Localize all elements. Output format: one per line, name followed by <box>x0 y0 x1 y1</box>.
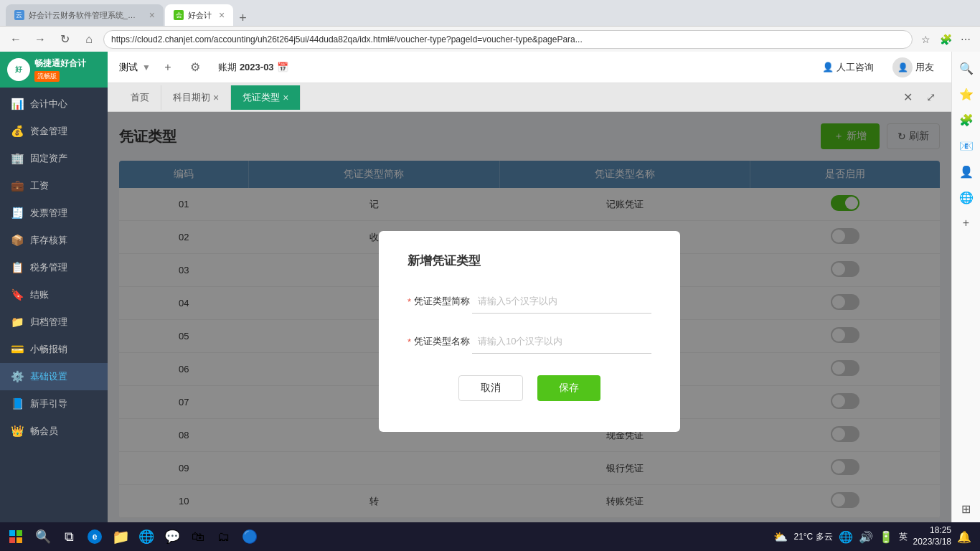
shortname-input[interactable] <box>472 289 651 314</box>
right-puzzle-button[interactable]: 🧩 <box>956 109 977 131</box>
new-tab-button[interactable]: + <box>235 11 251 26</box>
sidebar-label-settlement: 结账 <box>30 288 49 301</box>
back-button[interactable]: ← <box>6 29 26 50</box>
tax-icon: 📋 <box>10 261 24 274</box>
extensions-button[interactable]: 🧩 <box>937 31 954 48</box>
logo-name: 畅捷通好合计 <box>34 57 86 70</box>
notification-icon[interactable]: 🔔 <box>957 530 971 544</box>
main-content: 测试 ▼ + ⚙ 账期 2023-03 📅 👤 人工咨询 👤 用友 <box>108 52 951 551</box>
taskbar-edge[interactable]: e <box>83 525 106 548</box>
tab-close-2[interactable]: × <box>219 10 225 20</box>
network-icon[interactable]: 🌐 <box>839 530 853 544</box>
right-search-button[interactable]: 🔍 <box>956 57 977 79</box>
taskbar-search[interactable]: 🔍 <box>32 525 55 548</box>
refresh-button[interactable]: ↻ <box>55 29 75 50</box>
sidebar-item-settlement[interactable]: 🔖 结账 <box>0 281 108 309</box>
taskbar: 🔍 ⧉ e 📁 🌐 💬 🛍 🗂 🔵 ⛅ 21°C 多云 🌐 🔊 🔋 英 18:2… <box>0 522 980 551</box>
sidebar-item-funds[interactable]: 💰 资金管理 <box>0 118 108 145</box>
taskbar-wechat[interactable]: 💬 <box>161 525 184 548</box>
taskbar-explorer[interactable]: 📁 <box>109 525 132 548</box>
modal-footer: 取消 保存 <box>407 375 651 401</box>
shortname-label: * 凭证类型简称 <box>407 295 472 308</box>
language-text[interactable]: 英 <box>899 531 908 543</box>
sidebar-item-settings[interactable]: ⚙️ 基础设置 <box>0 363 108 390</box>
sidebar-item-tax[interactable]: 📋 税务管理 <box>0 254 108 281</box>
taskbar-clock[interactable]: 18:25 2023/3/18 <box>913 525 951 547</box>
period-calendar-icon[interactable]: 📅 <box>277 62 288 72</box>
fullname-form-row: * 凭证类型名称 <box>407 329 651 354</box>
sidebar-logo[interactable]: 好 畅捷通好合计 流畅版 <box>0 52 108 88</box>
logo-icon: 好 <box>7 58 30 81</box>
right-grid-button[interactable]: ⊞ <box>956 498 977 519</box>
battery-icon[interactable]: 🔋 <box>879 530 893 544</box>
taskbar-files[interactable]: 🗂 <box>212 525 235 548</box>
start-button[interactable] <box>3 524 29 550</box>
tab-favicon-2: 会 <box>174 10 184 20</box>
sidebar-item-member[interactable]: 👑 畅会员 <box>0 418 108 445</box>
tab-title-1: 好会计云财务软件管理系统_会计 <box>29 10 142 21</box>
settings-menu-button[interactable]: ⋯ <box>957 31 974 48</box>
sidebar-item-archive[interactable]: 📁 归档管理 <box>0 309 108 336</box>
shortname-label-text: 凭证类型简称 <box>414 295 470 308</box>
page-tab-home-label: 首页 <box>131 91 149 104</box>
sidebar-item-salary[interactable]: 💼 工资 <box>0 172 108 199</box>
user-button[interactable]: 👤 用友 <box>887 55 940 80</box>
sidebar-item-invoice[interactable]: 🧾 发票管理 <box>0 199 108 227</box>
settings-toolbar-button[interactable]: ⚙ <box>185 57 205 77</box>
support-button[interactable]: 👤 人工咨询 <box>816 58 880 77</box>
sidebar-item-expense[interactable]: 💳 小畅报销 <box>0 336 108 363</box>
settings-icon: ⚙️ <box>10 370 24 383</box>
invoice-icon: 🧾 <box>10 207 24 220</box>
fullscreen-tab-button[interactable]: ⤢ <box>921 88 940 107</box>
browser-tab-2[interactable]: 会 好会计 × <box>165 4 233 26</box>
page-tab-home[interactable]: 首页 <box>119 85 161 110</box>
support-label: 人工咨询 <box>837 61 874 74</box>
forward-button[interactable]: → <box>30 29 50 50</box>
tab-favicon-1: 云 <box>14 10 24 20</box>
page-tab-subject-close[interactable]: × <box>213 92 219 103</box>
weather-text: 21°C 多云 <box>793 531 832 543</box>
browser-tab-1[interactable]: 云 好会计云财务软件管理系统_会计 × <box>6 4 164 26</box>
taskbar-edge2[interactable]: 🔵 <box>238 525 261 548</box>
svg-rect-2 <box>9 537 15 543</box>
favorites-button[interactable]: ☆ <box>917 31 934 48</box>
close-tab-button[interactable]: ✕ <box>898 88 917 107</box>
address-input[interactable] <box>103 30 913 49</box>
page-tab-subject[interactable]: 科目期初 × <box>161 85 231 110</box>
sidebar-item-dashboard[interactable]: 📊 会计中心 <box>0 90 108 118</box>
shortname-form-row: * 凭证类型简称 <box>407 289 651 314</box>
right-add-button[interactable]: + <box>956 212 977 234</box>
home-button[interactable]: ⌂ <box>79 29 99 50</box>
sidebar-label-expense: 小畅报销 <box>30 343 67 356</box>
page-tab-voucher-close[interactable]: × <box>283 92 288 103</box>
sidebar-label-tax: 税务管理 <box>30 261 67 274</box>
taskbar-store[interactable]: 🛍 <box>187 525 209 548</box>
fullname-input[interactable] <box>472 329 651 354</box>
clock-date: 2023/3/18 <box>913 537 951 548</box>
period-value: 2023-03 <box>240 62 274 72</box>
sidebar-label-inventory: 库存核算 <box>30 234 67 247</box>
volume-icon[interactable]: 🔊 <box>859 530 873 544</box>
sidebar-item-guide[interactable]: 📘 新手引导 <box>0 390 108 418</box>
archive-icon: 📁 <box>10 316 24 329</box>
add-workspace-button[interactable]: + <box>158 57 178 77</box>
taskbar-taskview[interactable]: ⧉ <box>57 525 80 548</box>
sidebar-item-assets[interactable]: 🏢 固定资产 <box>0 145 108 172</box>
right-globe-button[interactable]: 🌐 <box>956 187 977 208</box>
svg-rect-1 <box>17 530 22 536</box>
cancel-button[interactable]: 取消 <box>458 375 523 401</box>
page-tab-voucher-type[interactable]: 凭证类型 × <box>231 85 301 110</box>
right-email-button[interactable]: 📧 <box>956 135 977 156</box>
right-panel: 🔍 ⭐ 🧩 📧 👤 🌐 + ⊞ ⚙ <box>951 52 980 551</box>
page-tab-voucher-label: 凭证类型 <box>242 91 280 104</box>
sidebar-item-inventory[interactable]: 📦 库存核算 <box>0 227 108 254</box>
workspace-selector[interactable]: 测试 ▼ <box>119 61 151 74</box>
sidebar-label-invoice: 发票管理 <box>30 207 67 220</box>
taskbar-chrome[interactable]: 🌐 <box>135 525 158 548</box>
workspace-dropdown-icon: ▼ <box>142 62 151 72</box>
right-user-button[interactable]: 👤 <box>956 161 977 182</box>
fullname-label: * 凭证类型名称 <box>407 335 472 348</box>
right-star-button[interactable]: ⭐ <box>956 83 977 105</box>
save-button[interactable]: 保存 <box>537 375 600 401</box>
tab-close-1[interactable]: × <box>149 10 155 20</box>
